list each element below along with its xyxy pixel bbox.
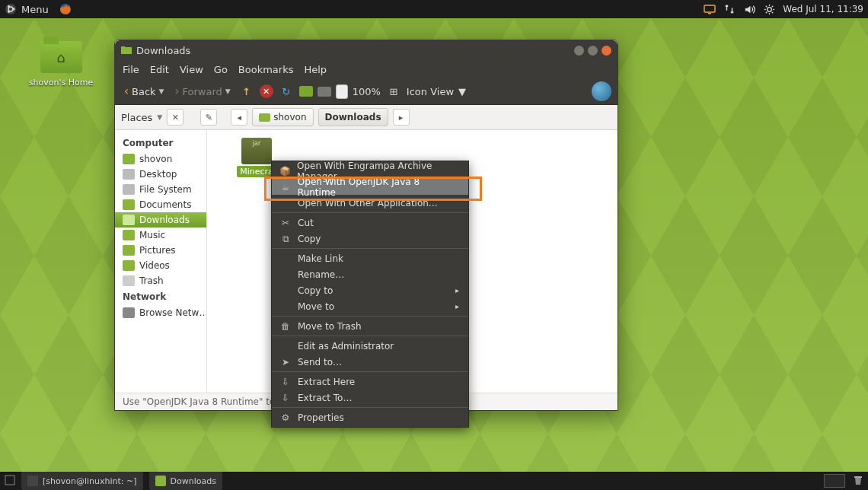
svg-line-15 (766, 11, 767, 12)
show-desktop-icon[interactable] (5, 475, 15, 488)
folder-icon (123, 260, 135, 271)
sidebar: Computer shovon Desktop File System Docu… (115, 130, 207, 393)
menu-edit[interactable]: Edit (150, 64, 169, 75)
breadcrumb-current[interactable]: Downloads (318, 108, 388, 126)
sidebar-header-network: Network (115, 288, 206, 305)
svg-rect-18 (854, 476, 862, 478)
trash-icon: 🗑 (279, 321, 292, 332)
back-button[interactable]: ‹Back▼ (121, 83, 167, 100)
clock-label[interactable]: Wed Jul 11, 11:39 (783, 4, 863, 14)
ctx-move-to-trash[interactable]: 🗑Move to Trash (272, 318, 468, 334)
svg-point-2 (13, 8, 15, 11)
sidebar-item-trash[interactable]: Trash (115, 273, 206, 288)
ctx-open-openjdk[interactable]: ☕Open With OpenJDK Java 8 Runtime (272, 179, 468, 195)
sidebar-item-documents[interactable]: Documents (115, 197, 206, 212)
svg-point-8 (767, 7, 771, 11)
svg-rect-17 (5, 476, 14, 485)
sidebar-item-user[interactable]: shovon (115, 151, 206, 167)
extract-icon: ⇩ (279, 393, 292, 403)
separator (272, 371, 468, 372)
system-indicator-icon[interactable] (763, 3, 775, 15)
chevron-down-icon[interactable]: ▼ (157, 113, 162, 121)
menubar: File Edit View Go Bookmarks Help (115, 60, 617, 78)
ctx-copy[interactable]: ⧉Copy (272, 231, 468, 247)
path-right-icon[interactable]: ▸ (393, 109, 410, 126)
sidebar-item-music[interactable]: Music (115, 228, 206, 243)
folder-home-icon (40, 41, 82, 73)
task-downloads[interactable]: Downloads (149, 472, 222, 490)
window-titlebar[interactable]: Downloads (115, 40, 617, 60)
edit-path-icon[interactable]: ✎ (200, 109, 217, 126)
jar-file-icon (241, 138, 272, 164)
panel-menu-label[interactable]: Menu (21, 4, 49, 15)
ctx-send-to[interactable]: ➤Send to… (272, 354, 468, 370)
menu-go[interactable]: Go (214, 64, 228, 75)
menu-view[interactable]: View (180, 64, 203, 75)
archive-icon: 📦 (279, 166, 291, 177)
ctx-extract-to[interactable]: ⇩Extract To… (272, 390, 468, 406)
ctx-copy-to[interactable]: Copy to▸ (272, 282, 468, 298)
home-icon[interactable] (299, 86, 313, 97)
ctx-cut[interactable]: ✂Cut (272, 215, 468, 231)
sidebar-header-computer: Computer (115, 135, 206, 151)
ctx-extract-here[interactable]: ⇩Extract Here (272, 374, 468, 390)
sidebar-item-pictures[interactable]: Pictures (115, 243, 206, 258)
window-maximize-icon[interactable] (588, 46, 598, 56)
chevron-down-icon[interactable]: ▼ (458, 86, 466, 97)
folder-icon (123, 154, 135, 164)
sidebar-item-videos[interactable]: Videos (115, 258, 206, 273)
properties-icon: ⚙ (279, 412, 292, 423)
zoom-control[interactable]: 100% (353, 86, 381, 97)
sidebar-item-desktop[interactable]: Desktop (115, 167, 206, 182)
display-indicator-icon[interactable] (704, 3, 716, 15)
sidebar-item-downloads[interactable]: Downloads (115, 212, 206, 228)
ctx-move-to[interactable]: Move to▸ (272, 298, 468, 314)
forward-button[interactable]: ›Forward▼ (171, 83, 233, 100)
network-indicator-icon[interactable] (723, 3, 736, 15)
separator (272, 336, 468, 336)
toolbar: ‹Back▼ ›Forward▼ ↑ ✕ ↻ 100% ⊞ Icon View … (115, 78, 617, 105)
window-minimize-icon[interactable] (574, 46, 584, 56)
window-title: Downloads (136, 45, 190, 56)
svg-line-14 (772, 11, 773, 12)
separator (272, 212, 468, 213)
separator (272, 248, 468, 249)
search-icon[interactable] (592, 81, 611, 101)
window-close-icon[interactable] (602, 46, 611, 56)
ubuntu-mate-logo-icon[interactable] (5, 3, 17, 15)
ctx-edit-as-admin[interactable]: Edit as Administrator (272, 338, 468, 354)
sound-indicator-icon[interactable] (743, 3, 755, 15)
sidebar-item-browse-network[interactable]: Browse Netw… (115, 305, 206, 320)
reload-icon[interactable]: ↻ (278, 83, 295, 100)
sidebar-item-filesystem[interactable]: File System (115, 182, 206, 197)
path-left-icon[interactable]: ◂ (231, 109, 247, 126)
ctx-rename[interactable]: Rename… (272, 266, 468, 282)
up-icon[interactable]: ↑ (238, 83, 255, 100)
menu-file[interactable]: File (123, 64, 139, 75)
ctx-properties[interactable]: ⚙Properties (272, 409, 468, 425)
view-mode-label[interactable]: Icon View (407, 86, 454, 97)
svg-rect-7 (708, 13, 711, 14)
trash-applet-icon[interactable] (853, 475, 863, 488)
workspace-switcher[interactable] (824, 474, 845, 488)
document-icon[interactable] (336, 84, 348, 99)
view-mode-icon[interactable]: ⊞ (385, 83, 402, 100)
firefox-icon[interactable] (59, 3, 72, 15)
menu-help[interactable]: Help (304, 64, 327, 75)
trash-icon (123, 275, 135, 286)
places-label[interactable]: Places (121, 112, 152, 123)
task-terminal[interactable]: [shovon@linuxhint: ~] (21, 472, 143, 490)
menu-bookmarks[interactable]: Bookmarks (238, 64, 294, 75)
desktop-home-folder[interactable]: shovon's Home (23, 41, 99, 88)
folder-icon (155, 476, 166, 486)
breadcrumb-user[interactable]: shovon (252, 108, 313, 126)
computer-icon[interactable] (318, 87, 331, 97)
stop-icon[interactable]: ✕ (260, 84, 273, 98)
ctx-make-link[interactable]: Make Link (272, 250, 468, 266)
folder-icon (121, 45, 132, 56)
zoom-label: 100% (353, 86, 381, 97)
separator (272, 407, 468, 408)
context-menu: 📦Open With Engrampa Archive Manager ☕Ope… (271, 161, 469, 428)
close-sidebar-icon[interactable]: ✕ (167, 109, 183, 126)
java-icon: ☕ (279, 182, 292, 192)
